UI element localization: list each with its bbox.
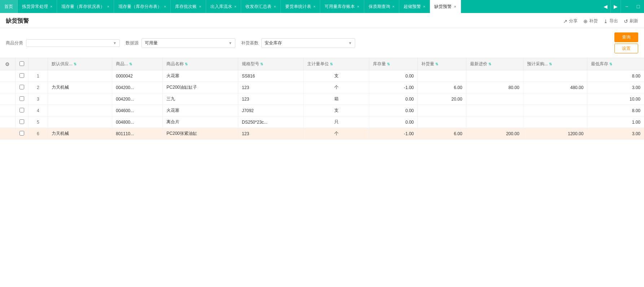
row-checkbox-1[interactable] [19, 85, 24, 89]
table-row: 2 力天机械 004200... PC200油缸缸子 123 个 -1.00 6… [0, 82, 644, 93]
tab-item-9[interactable]: 保质期查询× [364, 0, 399, 13]
tab-close-9[interactable]: × [392, 4, 395, 9]
tab-label-5: 出入库流水 [210, 4, 232, 10]
tab-item-1[interactable]: 拣货异常处理× [18, 0, 57, 13]
th-min-stock[interactable]: 最低库存⇅ [587, 58, 644, 70]
tab-item-2[interactable]: 现存量（库存状况表）× [57, 0, 114, 13]
row-checkbox-2[interactable] [19, 96, 24, 101]
settings-button[interactable]: 设置 [614, 44, 638, 53]
td-checkbox-3[interactable] [15, 105, 28, 116]
th-replenish[interactable]: 补货量⇅ [418, 58, 466, 70]
th-est-purchase[interactable]: 预计采购...⇅ [523, 58, 587, 70]
tab-close-8[interactable]: × [357, 4, 359, 9]
tab-item-3[interactable]: 现存量（库存分布表）× [114, 0, 171, 13]
row-checkbox-0[interactable] [19, 73, 24, 78]
main-content: 缺货预警 ↗ 分享 ⊕ 补货 ⤓ 导出 ↺ 刷新 商品分类 [0, 13, 644, 287]
td-name-1: PC200油缸缸子 [163, 82, 238, 93]
th-latest-price-label: 最新进价 [470, 61, 487, 67]
tab-close-5[interactable]: × [234, 4, 236, 9]
td-stock-3: 0.00 [369, 105, 417, 116]
window-minimize-btn[interactable]: − [621, 0, 632, 13]
td-spec-4: DS250*23c... [238, 116, 304, 128]
td-num-1: 2 [28, 82, 48, 93]
tab-item-8[interactable]: 可用量库存账本× [320, 0, 364, 13]
tab-item-5[interactable]: 出入库流水× [206, 0, 241, 13]
export-button[interactable]: ⤓ 导出 [604, 18, 618, 24]
header-actions: ↗ 分享 ⊕ 补货 ⤓ 导出 ↺ 刷新 [563, 18, 638, 24]
td-code-3: 004600... [112, 105, 162, 116]
category-select[interactable]: ▼ [26, 39, 120, 47]
tab-close-6[interactable]: × [274, 4, 276, 9]
table-container: ⚙ 默认供应...⇅ 商品...⇅ 商品名称⇅ [0, 58, 644, 140]
th-supplier-sort: ⇅ [74, 62, 77, 66]
tab-close-4[interactable]: × [199, 4, 201, 9]
td-checkbox-5[interactable] [15, 128, 28, 140]
tab-close-2[interactable]: × [107, 4, 109, 9]
tab-prev-btn[interactable]: ◀ [601, 0, 611, 13]
th-checkbox [15, 58, 28, 70]
td-code-2: 004200... [112, 93, 162, 105]
th-name[interactable]: 商品名称⇅ [163, 58, 238, 70]
td-unit-5: 个 [304, 128, 369, 140]
row-checkbox-5[interactable] [19, 131, 24, 136]
td-supplier-3 [48, 105, 112, 116]
td-row-settings-5 [0, 128, 15, 140]
page-title: 缺货预警 [6, 17, 563, 25]
td-min-stock-0: 8.00 [587, 70, 644, 82]
th-spec[interactable]: 规格型号⇅ [238, 58, 304, 70]
tab-close-7[interactable]: × [313, 4, 316, 9]
td-latest-price-2 [466, 93, 523, 105]
tab-item-0[interactable]: 首页 [0, 0, 18, 13]
tab-close-11[interactable]: × [454, 4, 456, 9]
td-stock-0: 0.00 [369, 70, 417, 82]
th-code[interactable]: 商品...⇅ [112, 58, 162, 70]
tab-item-10[interactable]: 超储预警× [399, 0, 430, 13]
td-checkbox-2[interactable] [15, 93, 28, 105]
replenish-icon: ⊕ [583, 18, 588, 24]
tab-item-4[interactable]: 库存批次账× [171, 0, 206, 13]
refresh-button[interactable]: ↺ 刷新 [624, 18, 638, 24]
th-unit-label: 主计量单位 [307, 61, 329, 67]
td-spec-1: 123 [238, 82, 304, 93]
gear-icon[interactable]: ⚙ [5, 61, 10, 67]
replenish-base-select[interactable]: 安全库存 ▼ [261, 38, 355, 48]
row-checkbox-3[interactable] [19, 108, 24, 112]
td-num-3: 4 [28, 105, 48, 116]
td-supplier-0 [48, 70, 112, 82]
tab-item-11[interactable]: 缺货预警× [430, 0, 461, 13]
td-row-settings-0 [0, 70, 15, 82]
td-supplier-4 [48, 116, 112, 128]
query-button[interactable]: 查询 [614, 32, 638, 42]
tab-close-10[interactable]: × [423, 4, 425, 9]
td-latest-price-4 [466, 116, 523, 128]
window-maximize-btn[interactable]: □ [632, 0, 644, 13]
td-stock-5: -1.00 [369, 128, 417, 140]
tab-item-6[interactable]: 收发存汇总表× [241, 0, 280, 13]
td-checkbox-0[interactable] [15, 70, 28, 82]
export-label: 导出 [609, 18, 618, 24]
td-checkbox-4[interactable] [15, 116, 28, 128]
th-unit[interactable]: 主计量单位⇅ [304, 58, 369, 70]
select-all-checkbox[interactable] [19, 61, 24, 66]
row-checkbox-4[interactable] [19, 119, 24, 124]
replenish-button[interactable]: ⊕ 补货 [583, 18, 598, 24]
th-stock[interactable]: 库存量⇅ [369, 58, 417, 70]
tab-label-8: 可用量库存账本 [325, 4, 355, 10]
td-code-4: 004800... [112, 116, 162, 128]
td-unit-1: 个 [304, 82, 369, 93]
tab-close-3[interactable]: × [164, 4, 166, 9]
td-min-stock-5: 3.00 [587, 128, 644, 140]
tab-close-1[interactable]: × [50, 4, 52, 9]
tab-next-btn[interactable]: ▶ [611, 0, 621, 13]
tab-item-7[interactable]: 要货单统计表× [281, 0, 320, 13]
datasource-select[interactable]: 可用量 ▼ [142, 38, 235, 48]
th-supplier-label: 默认供应... [52, 61, 73, 67]
th-latest-price[interactable]: 最新进价⇅ [466, 58, 523, 70]
td-spec-3: J7092 [238, 105, 304, 116]
td-checkbox-1[interactable] [15, 82, 28, 93]
share-button[interactable]: ↗ 分享 [563, 18, 578, 24]
th-supplier[interactable]: 默认供应...⇅ [48, 58, 112, 70]
td-spec-5: 123 [238, 128, 304, 140]
td-latest-price-1: 80.00 [466, 82, 523, 93]
th-settings[interactable]: ⚙ [0, 58, 15, 70]
